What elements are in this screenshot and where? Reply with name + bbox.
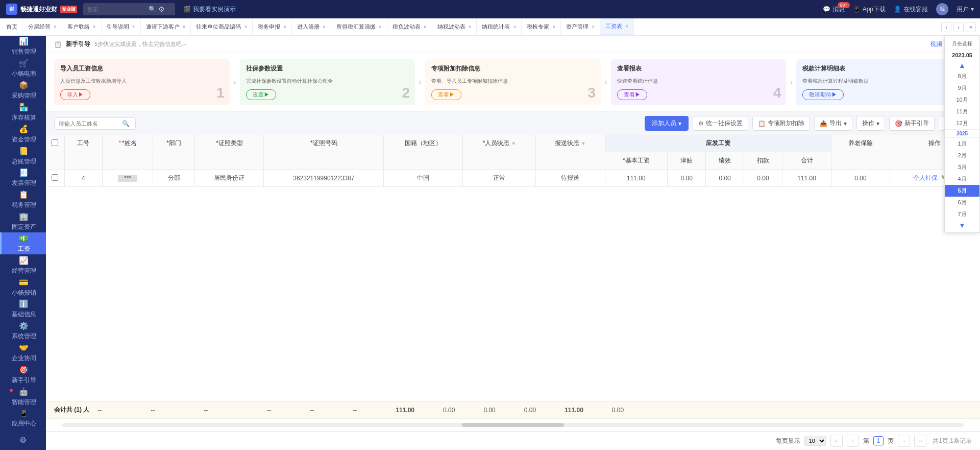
top-search-input[interactable]: [87, 6, 149, 12]
report-filter-icon[interactable]: ▼: [581, 141, 586, 146]
sidebar-item-inventory[interactable]: 🏪 库存核算: [0, 101, 46, 123]
search-btn-icon[interactable]: 🔍: [122, 120, 130, 127]
select-all-checkbox[interactable]: [52, 139, 58, 146]
month-4[interactable]: 4月: [945, 173, 979, 185]
month-up-btn[interactable]: ▲: [959, 60, 966, 70]
close-icon[interactable]: ×: [379, 24, 382, 30]
sidebar-item-purchase[interactable]: 📦 采购管理: [0, 80, 46, 102]
month-6[interactable]: 6月: [945, 197, 979, 208]
app-download-btn[interactable]: 📱 App下载: [853, 5, 886, 14]
sidebar-item-ledger[interactable]: 📒 总账管理: [0, 145, 46, 167]
search-input[interactable]: [59, 121, 120, 127]
step-4-btn[interactable]: 查看▶: [617, 89, 647, 100]
row-checkbox-cell[interactable]: [46, 170, 64, 187]
special-deduction-btn[interactable]: 📋 专项附加扣除: [752, 116, 810, 131]
sidebar-item-ecom[interactable]: 🛒 小畅电商: [0, 58, 46, 80]
per-page-select[interactable]: 10 20 50: [804, 436, 826, 446]
month-down-btn[interactable]: ▼: [959, 220, 966, 230]
month-8[interactable]: 8月: [945, 70, 979, 82]
tab-fen[interactable]: 分层经营 ×: [23, 18, 62, 36]
scrollbar-thumb[interactable]: [462, 423, 564, 427]
tab-shuijian[interactable]: 税检专家 ×: [522, 18, 561, 36]
settings-icon[interactable]: ⚙: [158, 5, 165, 13]
sidebar-item-expense[interactable]: 💳 小畅报销: [0, 276, 46, 298]
month-12[interactable]: 12月: [945, 117, 979, 129]
prev-page-btn[interactable]: ‹: [847, 435, 859, 447]
sidebar-item-collab[interactable]: 🤝 企业协同: [0, 342, 46, 364]
tab-salary[interactable]: 工资表 ×: [600, 18, 634, 36]
tab-suode[interactable]: 所得税汇算清缴 ×: [331, 18, 387, 36]
top-search-box[interactable]: 🔍 ⚙: [83, 3, 175, 15]
gear-btn[interactable]: ⚙: [0, 430, 46, 450]
tab-yindao[interactable]: 引导说明 ×: [102, 18, 141, 36]
month-3[interactable]: 3月: [945, 161, 979, 173]
online-service-btn[interactable]: 👤 在线客服: [894, 5, 928, 14]
status-filter-icon[interactable]: ▼: [511, 141, 516, 146]
month-10[interactable]: 10月: [945, 94, 979, 106]
close-icon[interactable]: ×: [323, 24, 326, 30]
next-page-btn[interactable]: ›: [898, 435, 910, 447]
month-11[interactable]: 11月: [945, 106, 979, 117]
tab-naji[interactable]: 纳税统计表 ×: [477, 18, 522, 36]
sidebar-item-newguide[interactable]: 🎯 新手引导: [0, 364, 46, 386]
operate-btn[interactable]: 操作 ▾: [856, 116, 885, 131]
close-icon[interactable]: ×: [513, 24, 516, 30]
last-page-btn[interactable]: »: [914, 435, 926, 447]
personal-social-link[interactable]: 个人社保: [913, 174, 938, 181]
sidebar-item-tax[interactable]: 📋 税务管理: [0, 189, 46, 211]
tab-scroll-left[interactable]: ‹: [941, 22, 951, 32]
message-btn[interactable]: 💬 消息 99+: [823, 5, 845, 14]
step-2-btn[interactable]: 设置▶: [246, 89, 276, 100]
user-menu-btn[interactable]: 用户 ▾: [957, 5, 974, 14]
tab-qingce[interactable]: 进入清册 ×: [292, 18, 331, 36]
tab-zichan[interactable]: 资产管理 ×: [561, 18, 600, 36]
month-9[interactable]: 9月: [945, 82, 979, 94]
close-icon[interactable]: ×: [469, 24, 472, 30]
guide-video-btn[interactable]: 视频: [930, 40, 942, 49]
close-icon[interactable]: ×: [183, 24, 186, 30]
close-icon[interactable]: ×: [93, 24, 96, 30]
close-icon[interactable]: ×: [54, 24, 57, 30]
step-5-btn[interactable]: 敬请期待▶: [802, 89, 844, 100]
sidebar-item-ai[interactable]: 🤖 智能管理: [0, 386, 46, 408]
first-page-btn[interactable]: «: [830, 435, 843, 447]
sidebar-item-manage[interactable]: 📈 经营管理: [0, 254, 46, 276]
export-btn[interactable]: 📤 导出 ▾: [814, 116, 852, 131]
sidebar-item-invoice[interactable]: 🧾 发票管理: [0, 167, 46, 189]
tab-kehu[interactable]: 客户联络 ×: [62, 18, 102, 36]
tab-납税-bo[interactable]: 纳税波动表 ×: [432, 18, 477, 36]
sidebar-item-appcenter[interactable]: 📱 应用中心: [0, 408, 46, 430]
demo-link[interactable]: 🎬 我要看实例演示: [183, 5, 236, 14]
close-icon[interactable]: ×: [424, 24, 427, 30]
month-5[interactable]: 5月: [945, 185, 979, 197]
tab-close-all[interactable]: ×: [966, 22, 976, 32]
step-1-btn[interactable]: 导入▶: [60, 89, 90, 100]
add-person-btn[interactable]: 添加人员 ▾: [645, 116, 689, 131]
close-icon[interactable]: ×: [592, 24, 595, 30]
sidebar-item-base[interactable]: ℹ️ 基础信息: [0, 298, 46, 320]
scrollbar-track[interactable]: [62, 423, 964, 427]
month-2[interactable]: 2月: [945, 150, 979, 161]
sidebar-item-funds[interactable]: 💰 资金管理: [0, 123, 46, 145]
newguide-toolbar-btn[interactable]: 🎯 新手引导: [889, 116, 935, 131]
close-icon[interactable]: ×: [132, 24, 135, 30]
close-icon[interactable]: ×: [283, 24, 286, 30]
sidebar-item-salary[interactable]: 💵 工资: [0, 232, 46, 254]
close-icon[interactable]: ×: [625, 23, 628, 29]
tab-wanglai[interactable]: 往来单位商品编码 ×: [191, 18, 253, 36]
month-7[interactable]: 7月: [945, 208, 979, 220]
step-3-btn[interactable]: 查看▶: [431, 89, 461, 100]
unified-settings-btn[interactable]: ⚙ 统一社保设置: [693, 116, 748, 131]
sidebar-item-system[interactable]: ⚙️ 系统管理: [0, 320, 46, 342]
month-1[interactable]: 1月: [945, 138, 979, 150]
close-icon[interactable]: ×: [552, 24, 555, 30]
row-checkbox[interactable]: [52, 174, 58, 181]
th-checkbox[interactable]: [46, 135, 64, 152]
tab-tax[interactable]: 税务申报 ×: [253, 18, 292, 36]
close-icon[interactable]: ×: [244, 24, 247, 30]
search-box[interactable]: 🔍: [54, 117, 136, 130]
tab-scroll-right[interactable]: ›: [953, 22, 964, 32]
sidebar-item-assets[interactable]: 🏢 固定资产: [0, 211, 46, 233]
sidebar-item-sales[interactable]: 📊 销售管理: [0, 36, 46, 58]
tab-invite[interactable]: 邀请下游客户 ×: [141, 18, 191, 36]
